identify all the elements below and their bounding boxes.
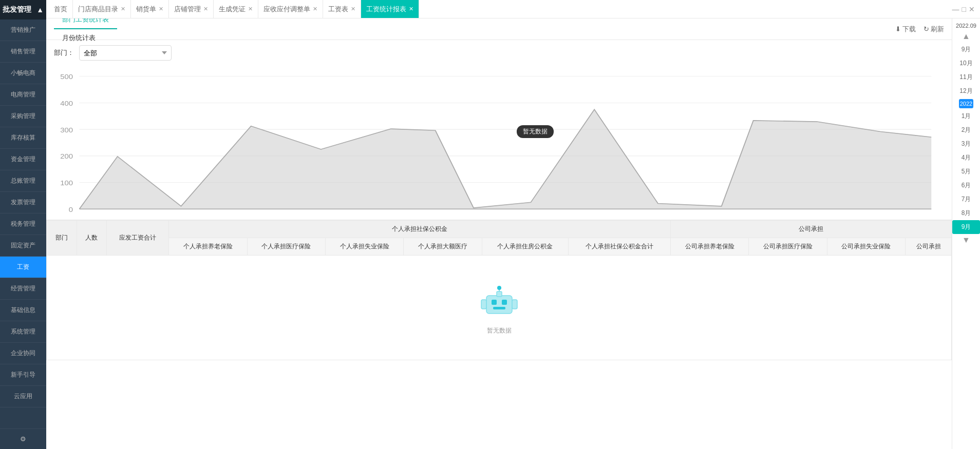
sidebar-item-gdzy[interactable]: 固定资产 <box>0 235 46 257</box>
sidebar-item-jygl[interactable]: 经营管理 <box>0 278 46 300</box>
col-c-unemployment: 公司承担失业保险 <box>827 238 905 256</box>
data-table: 部门 人数 应发工资合计 个人承担社保公积金 公司承担 个人承担养老保险 个人承… <box>46 220 952 360</box>
close-window-button[interactable]: ✕ <box>969 5 975 13</box>
date-month-nov-2022[interactable]: 11月 <box>952 70 980 84</box>
sidebar-header[interactable]: 批发管理 ▲ <box>0 0 46 19</box>
date-up-button[interactable]: ▲ <box>960 30 972 43</box>
year-label-2022[interactable]: 2022 <box>959 99 973 108</box>
sidebar-item-xtgl[interactable]: 系统管理 <box>0 321 46 343</box>
col-p-medical: 个人承担医疗保险 <box>247 238 325 256</box>
maximize-button[interactable]: □ <box>962 5 966 13</box>
date-month-sep-2022[interactable]: 9月 <box>952 43 980 56</box>
sidebar-item-fpgl[interactable]: 发票管理 <box>0 192 46 213</box>
table-area[interactable]: 部门 人数 应发工资合计 个人承担社保公积金 公司承担 个人承担养老保险 个人承… <box>46 220 952 449</box>
tab-label-store-mgmt: 店铺管理 <box>174 5 201 14</box>
tab-payroll[interactable]: 工资表✕ <box>323 0 361 18</box>
settings-button[interactable]: ⚙ <box>0 428 46 449</box>
tab-close-ar-adjust[interactable]: ✕ <box>313 6 317 12</box>
sub-tabs: 部门工资统计表月份统计表 ⬇ 下载 ↻ 刷新 <box>46 18 952 40</box>
svg-text:500: 500 <box>60 73 73 81</box>
date-month-aug[interactable]: 8月 <box>952 206 980 220</box>
date-month-jul[interactable]: 7月 <box>952 192 980 206</box>
download-label: 下载 <box>902 25 916 34</box>
col-c-pension: 公司承担养老保险 <box>670 238 748 256</box>
col-company-group: 公司承担 <box>670 221 951 238</box>
tab-sales-order[interactable]: 销货单✕ <box>131 0 169 18</box>
sidebar-item-xsgl[interactable]: 销售管理 <box>0 41 46 63</box>
tab-label-ar-adjust: 应收应付调整单 <box>263 5 310 14</box>
date-month-dec-2022[interactable]: 12月 <box>952 84 980 98</box>
col-p-pension: 个人承担养老保险 <box>169 238 247 256</box>
sub-tab-dept-stats[interactable]: 部门工资统计表 <box>54 18 117 29</box>
refresh-button[interactable]: ↻ 刷新 <box>924 25 944 34</box>
date-month-may[interactable]: 5月 <box>952 165 980 179</box>
date-month-jan[interactable]: 1月 <box>952 109 980 123</box>
col-c-medical: 公司承担医疗保险 <box>749 238 827 256</box>
tab-close-produce-voucher[interactable]: ✕ <box>248 6 253 12</box>
svg-text:0: 0 <box>69 206 73 213</box>
sub-tabs-right: ⬇ 下载 ↻ 刷新 <box>895 25 944 34</box>
date-month-apr[interactable]: 4月 <box>952 151 980 165</box>
date-month-mar[interactable]: 3月 <box>952 137 980 151</box>
tab-ar-adjust[interactable]: 应收应付调整单✕ <box>258 0 323 18</box>
tab-label-produce-voucher: 生成凭证 <box>219 5 246 14</box>
sidebar-item-yyy[interactable]: 云应用 <box>0 386 46 407</box>
svg-point-18 <box>497 286 501 290</box>
col-p-total: 个人承担社保公积金合计 <box>568 238 670 256</box>
svg-text:100: 100 <box>60 179 73 187</box>
sidebar-item-jcxx[interactable]: 基础信息 <box>0 300 46 321</box>
sidebar-item-kchs[interactable]: 库存核算 <box>0 127 46 149</box>
col-p-unemployment: 个人承担失业保险 <box>326 238 404 256</box>
tab-payroll-report[interactable]: 工资统计报表✕ <box>361 0 419 18</box>
empty-state: 暂无数据 <box>52 260 946 356</box>
tab-store-catalog[interactable]: 门店商品目录✕ <box>73 0 131 18</box>
empty-cell: 暂无数据 <box>47 256 952 360</box>
tab-produce-voucher[interactable]: 生成凭证✕ <box>214 0 258 18</box>
table-header-sub: 个人承担养老保险 个人承担医疗保险 个人承担失业保险 个人承担大额医疗 个人承担… <box>47 238 952 256</box>
tab-store-mgmt[interactable]: 店铺管理✕ <box>169 0 214 18</box>
sidebar-item-gz[interactable]: 工资 <box>0 257 46 278</box>
sidebar-toggle-icon[interactable]: ▲ <box>36 6 44 14</box>
tabs-container: 首页门店商品目录✕销货单✕店铺管理✕生成凭证✕应收应付调整单✕工资表✕工资统计报… <box>49 0 419 18</box>
svg-text:200: 200 <box>60 152 73 160</box>
area-chart: 500 400 300 200 100 0 <box>54 71 944 214</box>
date-down-button[interactable]: ▼ <box>960 234 972 246</box>
date-month-oct-2022[interactable]: 10月 <box>952 56 980 70</box>
date-month-feb[interactable]: 2月 <box>952 123 980 137</box>
sidebar-title: 批发管理 <box>3 5 31 14</box>
sidebar-item-dsgl[interactable]: 电商管理 <box>0 84 46 106</box>
col-dept: 部门 <box>47 221 77 256</box>
sidebar-item-swgl[interactable]: 税务管理 <box>0 213 46 235</box>
tab-label-payroll-report: 工资统计报表 <box>366 5 406 14</box>
empty-text: 暂无数据 <box>487 326 512 335</box>
sidebar-item-yxtp[interactable]: 营销推广 <box>0 19 46 41</box>
tab-close-payroll-report[interactable]: ✕ <box>409 6 413 12</box>
tab-close-payroll[interactable]: ✕ <box>351 6 355 12</box>
tab-close-store-mgmt[interactable]: ✕ <box>203 6 208 12</box>
table-header-group: 部门 人数 应发工资合计 个人承担社保公积金 公司承担 <box>47 221 952 238</box>
sidebar-item-cggl[interactable]: 采购管理 <box>0 106 46 127</box>
tab-label-sales-order: 销货单 <box>136 5 156 14</box>
empty-icon <box>479 280 520 321</box>
download-button[interactable]: ⬇ 下载 <box>895 25 916 34</box>
tab-home[interactable]: 首页 <box>49 0 73 18</box>
minimize-button[interactable]: — <box>952 5 959 13</box>
tab-controls: — □ ✕ <box>950 5 977 13</box>
sidebar-item-zjgl[interactable]: 资金管理 <box>0 149 46 170</box>
sidebar-item-xsyd[interactable]: 新手引导 <box>0 364 46 386</box>
chart-container: 500 400 300 200 100 0 <box>54 71 944 214</box>
tab-close-store-catalog[interactable]: ✕ <box>121 6 125 12</box>
date-month-jun[interactable]: 6月 <box>952 179 980 192</box>
svg-text:300: 300 <box>60 126 73 133</box>
date-month-sep-active[interactable]: 9月 <box>952 220 980 234</box>
sidebar-items: 营销推广销售管理小畅电商电商管理采购管理库存核算资金管理总账管理发票管理税务管理… <box>0 19 46 407</box>
sidebar-item-xpds[interactable]: 小畅电商 <box>0 63 46 84</box>
col-c-other: 公司承担 <box>906 238 952 256</box>
sidebar-item-zzgl[interactable]: 总账管理 <box>0 170 46 192</box>
tab-close-sales-order[interactable]: ✕ <box>159 6 163 12</box>
sidebar-item-qyxt[interactable]: 企业协同 <box>0 343 46 364</box>
page-area: 部门工资统计表月份统计表 ⬇ 下载 ↻ 刷新 部门： 全部 <box>46 18 980 449</box>
dept-filter-select[interactable]: 全部 <box>79 45 172 61</box>
refresh-label: 刷新 <box>931 25 944 34</box>
svg-rect-16 <box>497 291 502 297</box>
